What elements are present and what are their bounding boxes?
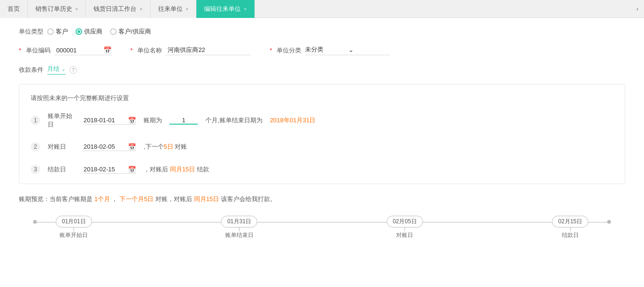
tab-cash-work-label: 钱货日清工作台 [93,5,136,13]
period-date-field-2[interactable] [84,143,126,150]
tab-sales-history-close[interactable]: × [75,6,78,12]
timeline-start-cap [33,220,37,224]
radio-both-label: 客户/供应商 [119,27,151,36]
unit-name-star: * [130,47,133,54]
tab-edit-partner-label: 编辑往来单位 [204,5,241,13]
tab-sales-history[interactable]: 销售订单历史 × [28,0,86,18]
timeline-label-3: 对账日 [396,231,413,239]
timeline-stem-1 [73,228,74,231]
payment-row: 收款条件 月结 ⌄ ? [19,65,625,75]
tab-cash-work[interactable]: 钱货日清工作台 × [86,0,150,18]
tab-partner-label: 往来单位 [158,5,183,13]
timeline-end-dot [607,220,611,224]
radio-both-circle [110,28,117,35]
preview-sep2: 对账，对账后 [155,195,192,203]
payment-help-icon[interactable]: ? [69,66,77,74]
unit-category-label: 单位分类 [277,46,301,55]
period-date-field-3[interactable] [84,166,126,173]
period-date-field-1[interactable] [84,117,126,124]
period-row2-highlight: 5日 [164,143,173,150]
period-date-input-2: 📅 [84,143,136,151]
unit-name-item: * 单位名称 [130,46,251,55]
timeline-container: 01月01日 账单开始日 01月31日 账单结束日 02月05日 对账日 02月… [19,216,625,239]
payment-item: 收款条件 月结 ⌄ ? [19,65,77,75]
tab-edit-partner[interactable]: 编辑往来单位 × [196,0,254,18]
unit-category-value: 未分类 [305,45,347,54]
radio-customer-circle [47,28,54,35]
unit-type-label: 单位类型 [19,27,43,36]
period-field-1: 账单开始日 [48,112,76,129]
unit-info-row: * 单位编码 📅 * 单位名称 * 单位分类 未分类 ⌄ [19,45,625,55]
period-for-label: 账期为 [144,116,162,125]
period-calendar-icon-2[interactable]: 📅 [128,143,136,151]
unit-code-calendar-icon[interactable]: 📅 [103,46,111,54]
period-box-title: 请按照未来的一个完整帐期进行设置 [31,94,613,102]
timeline-node-4: 02月15日 结款日 [552,216,588,239]
timeline-line-3 [423,222,552,223]
unit-name-input[interactable] [166,46,251,55]
period-row-3: 3 结款日 📅 ，对账后 同月15日 结款 [31,165,613,174]
timeline-line-4 [588,222,607,223]
timeline-line-1 [92,222,221,223]
radio-supplier-circle [76,28,82,35]
timeline-stem-2 [239,228,240,231]
period-num-3: 3 [31,165,40,174]
period-row3-highlight: 同月15日 [170,166,195,173]
payment-select[interactable]: 月结 ⌄ [47,65,66,75]
timeline-stem-4 [570,228,571,231]
preview-suffix: 该客户会给我打款。 [221,195,276,203]
payment-dropdown-arrow: ⌄ [61,66,66,72]
tab-edit-partner-close[interactable]: × [244,6,246,12]
tab-more-button[interactable]: › [631,0,644,18]
timeline-badge-3: 02月05日 [387,216,423,228]
preview-prefix: 账期预览：当前客户账期是 [19,195,93,203]
payment-value: 月结 [47,65,59,73]
radio-supplier-label: 供应商 [84,27,102,36]
preview-part1: 1个月 [94,195,110,203]
period-row-2: 2 对账日 📅 ,下一个5日 对账 [31,142,613,152]
preview-text: 账期预览：当前客户账期是 1个月 ， 下一个月5日 对账，对账后 同月15日 该… [19,194,625,204]
tab-partner[interactable]: 往来单位 × [151,0,196,18]
tab-home-label: 首页 [8,5,20,13]
period-num-2: 2 [31,142,40,152]
radio-customer-label: 客户 [56,27,68,36]
unit-type-radio-group: 客户 供应商 客户/供应商 [47,27,151,36]
period-row-1: 1 账单开始日 📅 账期为 个月,账单结束日期为 2018年01月31日 [31,112,613,129]
unit-category-select[interactable]: 未分类 ⌄ [305,45,390,55]
timeline-end-cap [607,220,611,224]
unit-type-row: 单位类型 客户 供应商 客户/供应商 [19,27,625,36]
unit-type-item: 单位类型 客户 供应商 客户/供应商 [19,27,151,36]
radio-customer[interactable]: 客户 [47,27,68,36]
preview-part2: 下一个月5日 [119,195,153,203]
timeline-node-3: 02月05日 对账日 [387,216,423,239]
unit-category-chevron: ⌄ [348,46,390,53]
tab-home[interactable]: 首页 [0,0,28,18]
period-calendar-icon-1[interactable]: 📅 [128,117,136,124]
timeline-badge-1: 01月01日 [56,216,92,228]
radio-both[interactable]: 客户/供应商 [110,27,151,36]
tab-partner-close[interactable]: × [186,6,188,12]
period-field-3: 结款日 [48,165,76,174]
period-box: 请按照未来的一个完整帐期进行设置 1 账单开始日 📅 账期为 个月,账单结束日期… [19,84,625,184]
timeline-label-1: 账单开始日 [59,231,88,239]
unit-code-input[interactable] [54,46,102,55]
period-months-input[interactable] [169,117,198,125]
timeline-line-0 [37,222,56,223]
unit-category-star: * [270,47,272,54]
unit-code-item: * 单位编码 📅 [19,46,111,55]
period-calendar-icon-3[interactable]: 📅 [128,166,136,173]
unit-name-label: 单位名称 [137,46,162,55]
period-date-input-3: 📅 [84,166,136,174]
unit-code-star: * [19,47,21,54]
timeline-label-4: 结款日 [562,231,579,239]
unit-code-label: 单位编码 [26,46,51,55]
period-row2-desc: ,下一个5日 对账 [144,143,187,151]
timeline-badge-2: 01月31日 [221,216,257,228]
period-row3-desc: ，对账后 同月15日 结款 [144,165,209,174]
period-num-1: 1 [31,116,40,125]
tab-cash-work-close[interactable]: × [139,6,142,12]
radio-supplier[interactable]: 供应商 [76,27,102,36]
period-field-2: 对账日 [48,143,76,151]
period-end-date: 2018年01月31日 [270,116,316,125]
tab-sales-history-label: 销售订单历史 [35,5,72,13]
